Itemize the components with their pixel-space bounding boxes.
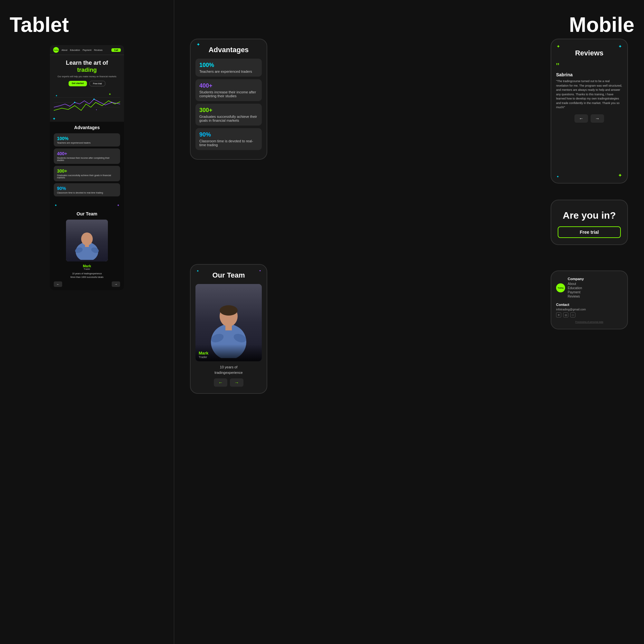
quote-icon: " xyxy=(556,62,622,71)
footer-link-education[interactable]: Education xyxy=(568,286,622,290)
footer-link-payment[interactable]: Payment xyxy=(568,290,622,294)
mobile-team-photo: Mark Trader xyxy=(195,284,262,361)
mobile-phone-advantages: ✦ Advantages 100% Teachers are experienc… xyxy=(190,39,267,160)
free-trial-button[interactable]: Free trial xyxy=(558,226,621,238)
mobile-phone-footer: Trading Company About Education Payment … xyxy=(551,270,628,329)
advantage-card-2: 400+ Students increase their income afte… xyxy=(54,148,120,164)
mobile-advantage-4: 90% Classroom time is devoted to real-ti… xyxy=(195,128,262,150)
svg-point-4 xyxy=(93,99,95,100)
footer-link-reviews[interactable]: Reviews xyxy=(568,295,622,298)
tablet-logo: Trading xyxy=(53,47,59,53)
team-nav-arrows: ← → xyxy=(54,281,120,287)
get-started-button[interactable]: Get started xyxy=(69,81,87,86)
mobile-team-next[interactable]: → xyxy=(230,378,243,387)
mobile-advantage-2: 400+ Students increase their income afte… xyxy=(195,79,262,101)
deco-star-right: ✦ xyxy=(117,204,119,207)
mobile-stat-300: 300+ xyxy=(199,107,258,114)
team-title: Our Team xyxy=(54,211,120,216)
mark-role: Trader xyxy=(54,268,120,270)
mobile-label-4: Classroom time is devoted to real-time t… xyxy=(199,139,258,147)
reviews-next-button[interactable]: → xyxy=(591,114,604,123)
tablet-chart: ✦ ✦ ✦ xyxy=(50,93,124,117)
reviews-prev-button[interactable]: ← xyxy=(574,114,588,123)
tablet-card: Trading About Education Payment Reviews … xyxy=(50,45,124,290)
mobile-team-info: 10 years oftradingexperience xyxy=(195,365,262,375)
team-star-left: ✦ xyxy=(196,269,199,273)
man-photo-bg xyxy=(66,220,108,261)
mobile-team-arrows: ← → xyxy=(195,378,262,387)
tablet-team: Our Team Mark Tra xyxy=(50,208,124,290)
instagram-icon[interactable]: □ xyxy=(570,312,575,317)
reviews-star-tr: ✦ xyxy=(618,44,622,49)
footer-logo-row: Trading Company About Education Payment … xyxy=(556,277,622,299)
team-prev-button[interactable]: ← xyxy=(54,281,62,287)
svg-point-19 xyxy=(220,305,238,316)
mobile-label: Mobile xyxy=(569,13,634,37)
stat-300: 300+ xyxy=(57,168,117,174)
stat-label-4: Classroom time is devoted to real-time t… xyxy=(57,192,117,194)
mobile-advantage-3: 300+ Graduates successfully achieve thei… xyxy=(195,104,262,126)
nav-link-payment[interactable]: Payment xyxy=(82,49,91,51)
processing-link[interactable]: Processing of personal data xyxy=(556,321,622,323)
tablet-hero: Learn the art of trading Our experts wil… xyxy=(50,55,124,93)
svg-text:✦: ✦ xyxy=(109,93,111,96)
mobile-phone-reviews: ✦ ✦ Reviews " Sabrina "The tradingcourse… xyxy=(551,39,628,184)
reviews-arrows: ← → xyxy=(556,114,622,123)
mobile-advantage-1: 100% Teachers are experienced traders xyxy=(195,59,262,77)
nav-link-education[interactable]: Education xyxy=(70,49,80,51)
reviews-star-br: ✦ xyxy=(618,172,622,178)
team-next-button[interactable]: → xyxy=(112,281,120,287)
svg-point-3 xyxy=(74,102,75,103)
svg-point-5 xyxy=(111,102,112,103)
stat-100: 100% xyxy=(57,136,117,141)
tablet-label: Tablet xyxy=(10,13,69,37)
tablet-section: Trading About Education Payment Reviews … xyxy=(0,39,174,644)
footer-logo: Trading xyxy=(556,283,565,292)
mobile-stat-100: 100% xyxy=(199,62,258,69)
mobile-phone-areyouin: Are you in? Free trial xyxy=(551,200,628,245)
nav-link-about[interactable]: About xyxy=(62,49,67,51)
deco-star-cyan: ✦ xyxy=(52,117,56,121)
team-photo-tablet xyxy=(66,220,108,261)
hero-buttons: Get started Free trial xyxy=(54,81,120,86)
mobile-label-3: Graduates successfully achieve their goa… xyxy=(199,115,258,122)
footer-social-icons: ✈ ◎ □ xyxy=(556,312,622,317)
svg-text:✦: ✦ xyxy=(96,109,97,111)
reviews-title: Reviews xyxy=(556,49,622,57)
reviews-star-tl: ✦ xyxy=(556,44,560,49)
svg-text:✦: ✦ xyxy=(55,94,58,97)
man-figure-svg xyxy=(71,221,103,260)
hero-subtitle: Our experts will help you make money on … xyxy=(54,75,120,78)
mobile-team-title: Our Team xyxy=(195,271,262,279)
team-star-right: ● xyxy=(259,269,261,272)
mobile-mark-name: Mark xyxy=(199,351,259,355)
tablet-advantages: Advantages 100% Teachers are experienced… xyxy=(50,122,124,202)
mobile-team-prev[interactable]: ← xyxy=(214,378,227,387)
deco-star-left: ✦ xyxy=(54,204,57,207)
tablet-navbar: Trading About Education Payment Reviews … xyxy=(50,45,124,55)
svg-rect-11 xyxy=(85,244,89,247)
advantage-card-3: 300+ Graduates successfully achieve thei… xyxy=(54,166,120,181)
stat-label-2: Students increase their income after com… xyxy=(57,157,117,161)
advantage-card-1: 100% Teachers are experienced traders xyxy=(54,133,120,147)
team-info: 10 years of tradingexperience More than … xyxy=(54,272,120,279)
stat-label-3: Graduates successfully achieve their goa… xyxy=(57,174,117,179)
nav-link-reviews[interactable]: Reviews xyxy=(94,49,102,51)
footer-link-about[interactable]: About xyxy=(568,282,622,286)
mobile-mark-role: Trader xyxy=(199,355,259,359)
telegram-icon[interactable]: ✈ xyxy=(556,312,561,317)
advantage-card-4: 90% Classroom time is devoted to real-ti… xyxy=(54,183,120,196)
mobile-stat-90: 90% xyxy=(199,131,258,138)
whatsapp-icon[interactable]: ◎ xyxy=(563,312,568,317)
tablet-nav-links: About Education Payment Reviews xyxy=(62,49,109,51)
footer-company-title: Company xyxy=(568,277,622,281)
mobile-phone-team: ✦ ● Our Team Mark xyxy=(190,264,267,394)
reviews-star-bl: ✦ xyxy=(556,175,559,178)
mobile-label-2: Students increase their income after com… xyxy=(199,90,258,98)
mobile-stat-400: 400+ xyxy=(199,82,258,89)
mobile-label-1: Teachers are experienced traders xyxy=(199,70,258,73)
free-trial-button[interactable]: Free trial xyxy=(90,81,106,86)
advantages-title: Advantages xyxy=(54,125,120,130)
reviewer-name: Sabrina xyxy=(556,72,622,77)
nav-cta-button[interactable]: Call xyxy=(111,48,121,52)
